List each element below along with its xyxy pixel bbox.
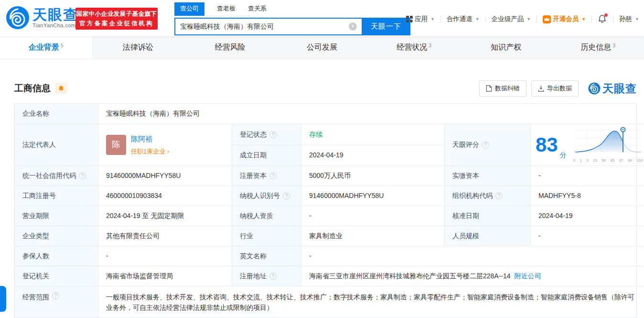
search-tab-boss[interactable]: 查老板 — [217, 2, 236, 16]
value-text: 其他有限责任公司 — [106, 231, 160, 241]
tab-label: 经营风险 — [215, 43, 245, 53]
crown-icon — [543, 15, 551, 23]
value-text: 海南省市场监督管理局 — [106, 271, 173, 282]
score-distribution-chart: 01 315 5085 9799 100 — [572, 126, 644, 164]
value-text: 2024-04-19 — [538, 211, 573, 221]
label-text: 英文名称 — [240, 251, 267, 262]
field-label-company-name: 企业名称 — [15, 104, 98, 124]
label-text: 参保人数 — [22, 251, 49, 262]
field-label-reg-capital: 注册资本 ? — [232, 166, 301, 186]
tab-operating-status[interactable]: 经营状况 3 — [368, 36, 460, 59]
user-menu[interactable]: 孙慈 ▼ — [619, 15, 639, 23]
divider — [613, 16, 613, 22]
nav-apps[interactable]: 应用 ▼ — [406, 15, 435, 23]
help-icon[interactable]: ? — [79, 172, 86, 179]
floating-side-widget[interactable] — [0, 286, 6, 312]
nav-cooperation[interactable]: 合作通道 ▼ — [447, 15, 480, 23]
label-text: 天眼评分 — [452, 140, 479, 150]
help-icon[interactable]: ? — [482, 142, 489, 149]
tab-legal-litigation[interactable]: 法律诉讼 — [92, 36, 184, 59]
top-header: 天眼查 TianYanCha.com 国家中小企业发展子基金旗下 官方备案企业征… — [0, 0, 644, 36]
field-label-reg-authority: 登记机关 — [15, 266, 98, 286]
field-value-business-term: 2024-04-19 至 无固定期限 — [98, 206, 232, 226]
label-text: 行业 — [240, 231, 253, 241]
help-icon[interactable]: ? — [283, 192, 290, 199]
field-value-reg-no: 460000010903834 — [98, 186, 232, 206]
tab-intellectual-property[interactable]: 知识产权 — [460, 36, 552, 59]
tab-company-background[interactable]: 企业背景 5 — [0, 36, 92, 59]
legal-rep-avatar[interactable]: 陈 — [106, 135, 126, 155]
value-text: 2024-04-19 至 无固定期限 — [106, 211, 184, 221]
notification-bell[interactable] — [598, 14, 607, 24]
divider — [591, 16, 592, 22]
username: 孙慈 — [619, 15, 632, 23]
label-text: 核准日期 — [452, 211, 479, 221]
tab-label: 法律诉讼 — [123, 43, 153, 53]
tab-history-info[interactable]: 历史信息 3 — [552, 36, 644, 59]
help-icon[interactable]: ? — [495, 192, 503, 199]
nav-cooperation-label: 合作通道 — [447, 15, 472, 23]
nav-apps-label: 应用 — [415, 15, 428, 23]
field-label-industry: 行业 — [232, 226, 301, 246]
subscribe-bell-button[interactable] — [55, 83, 67, 94]
tab-operating-risk[interactable]: 经营风险 — [184, 36, 276, 59]
download-icon — [538, 85, 544, 92]
main-content: 工商信息 数据纠错 导出数据 — [0, 80, 644, 318]
business-scope-text: 一般项目技术服务、技术开发、技术咨询、技术交流、技术转让、技术推广；数字技术服务… — [106, 292, 641, 313]
field-value-business-scope: 一般项目技术服务、技术开发、技术咨询、技术交流、技术转让、技术推广；数字技术服务… — [98, 286, 644, 318]
search-input[interactable] — [174, 18, 362, 35]
watermark-text: 天眼查 — [602, 81, 637, 96]
top-right-nav: 应用 ▼ 合作通道 ▼ 企业级产品 ▼ 开通会员 ▼ — [406, 14, 639, 24]
clear-search-icon[interactable]: × — [349, 22, 357, 31]
document-icon — [486, 85, 492, 92]
field-label-business-scope: 经营范围 ? — [15, 286, 98, 318]
nav-vip-upgrade[interactable]: 开通会员 ▼ — [543, 15, 586, 23]
bell-icon — [58, 85, 64, 92]
chevron-down-icon: ▼ — [526, 17, 531, 22]
business-info-table: 企业名称 宝褓睡眠科技（海南）有限公司 法定代表人 陈 陈阿裕 任职1家企业 ›… — [14, 103, 637, 318]
field-value-legal-rep: 陈 陈阿裕 任职1家企业 › — [98, 124, 232, 166]
help-icon[interactable]: ? — [269, 172, 277, 179]
value-text: 91460000MADHFYY58U — [106, 171, 181, 181]
field-value-english-name: - — [301, 246, 644, 266]
help-icon[interactable]: ? — [52, 292, 59, 299]
value-text: - — [309, 251, 311, 262]
export-data-button[interactable]: 导出数据 — [531, 80, 579, 97]
search-zone: 查公司 查老板 查关系 × 天眼一下 — [174, 2, 410, 35]
value-text: 2024-04-19 — [309, 150, 343, 161]
nav-enterprise-products[interactable]: 企业级产品 ▼ — [492, 15, 531, 23]
chevron-down-icon: ▼ — [430, 17, 435, 22]
nearby-companies-link[interactable]: 附近公司 — [515, 271, 541, 282]
legal-rep-positions-link[interactable]: 任职1家企业 › — [131, 147, 169, 156]
help-icon[interactable]: ? — [269, 273, 277, 280]
tab-company-development[interactable]: 公司发展 — [276, 36, 368, 59]
legal-rep-name-link[interactable]: 陈阿裕 — [131, 133, 169, 144]
chevron-down-icon: ▼ — [581, 17, 586, 22]
label-text: 统一社会信用代码 — [22, 171, 76, 181]
field-value-reg-capital: 5000万人民币 — [301, 166, 445, 186]
field-value-tyc-score: 83 分 — [531, 124, 644, 166]
watermark-logo: 天眼查 — [588, 81, 637, 96]
section-header: 工商信息 数据纠错 导出数据 — [14, 80, 637, 97]
tab-count: 3 — [612, 43, 615, 48]
tianyancha-logo[interactable]: 天眼查 TianYanCha.com — [6, 6, 78, 30]
search-tab-relation[interactable]: 查关系 — [248, 2, 267, 16]
label-text: 注册资本 — [240, 171, 267, 181]
help-icon[interactable]: ? — [269, 131, 277, 138]
search-tab-company[interactable]: 查公司 — [174, 2, 204, 16]
data-correction-button[interactable]: 数据纠错 — [479, 80, 526, 97]
field-label-legal-rep: 法定代表人 — [15, 124, 98, 166]
logo-swirl-icon — [6, 6, 30, 30]
nav-vip-label: 开通会员 — [553, 15, 579, 23]
score-value: 83 — [536, 135, 558, 155]
nav-enterprise-label: 企业级产品 — [492, 15, 524, 23]
field-value-uscc: 91460000MADHFYY58U — [98, 166, 232, 186]
export-data-label: 导出数据 — [547, 84, 572, 93]
notification-dot — [604, 13, 608, 17]
label-text: 登记状态 — [240, 130, 267, 140]
search-button[interactable]: 天眼一下 — [362, 18, 410, 35]
label-text: 企业名称 — [22, 109, 49, 119]
value-text: - — [538, 231, 541, 241]
label-text: 纳税人资质 — [240, 211, 273, 221]
divider — [537, 16, 537, 22]
